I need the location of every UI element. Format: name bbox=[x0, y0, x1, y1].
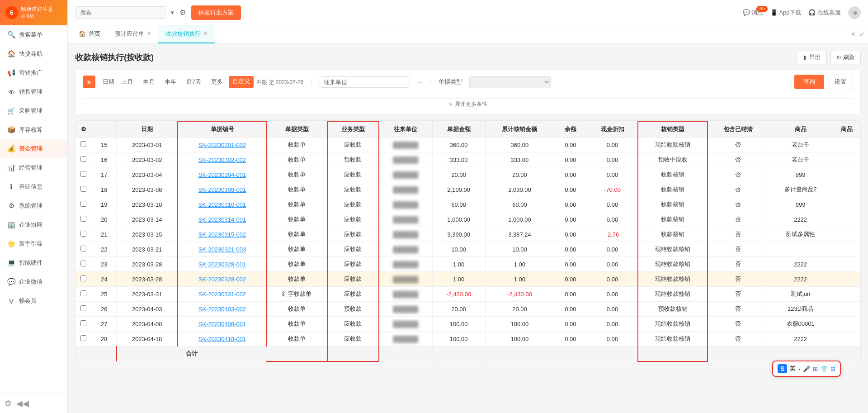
doc-no-link[interactable]: SK-20230302-002 bbox=[198, 157, 246, 163]
sidebar-item-member[interactable]: V畅会员 bbox=[0, 291, 67, 310]
cell-accum-amount: 100.00 bbox=[485, 317, 554, 332]
export-button[interactable]: ⬆ 导出 bbox=[797, 51, 827, 64]
search-input[interactable] bbox=[75, 6, 165, 19]
query-button[interactable]: 查询 bbox=[794, 75, 824, 89]
doc-no-link[interactable]: SK-20230328-001 bbox=[198, 261, 246, 268]
collapse-icon[interactable]: ◀◀ bbox=[16, 399, 29, 408]
partner-input[interactable] bbox=[320, 76, 410, 88]
solution-button[interactable]: 体验行业方案 bbox=[191, 5, 241, 20]
doc-no-link[interactable]: SK-20230315-002 bbox=[198, 231, 246, 238]
cell-accum-amount: 20.00 bbox=[485, 167, 554, 182]
cell-accum-amount: 2,030.00 bbox=[485, 182, 554, 197]
cell-check[interactable] bbox=[75, 257, 92, 272]
date-label: 日期 bbox=[103, 78, 114, 86]
tab-receipt-close[interactable]: ✕ bbox=[203, 31, 208, 37]
cell-check[interactable] bbox=[75, 287, 92, 302]
doc-no-link[interactable]: SK-20230314-001 bbox=[198, 216, 246, 223]
cell-check[interactable] bbox=[75, 272, 92, 287]
date-btn-this-year[interactable]: 本年 bbox=[160, 76, 180, 88]
doc-no-link[interactable]: SK-20230301-002 bbox=[198, 142, 246, 148]
doc-no-link[interactable]: SK-20230308-001 bbox=[198, 186, 246, 193]
cell-cash-discount: 0.00 bbox=[587, 167, 638, 182]
sidebar-item-finance[interactable]: 💰资金管理 bbox=[0, 139, 67, 158]
online-service-link[interactable]: 🎧 在线客服 bbox=[808, 9, 841, 17]
doc-no-link[interactable]: SK-20230310-001 bbox=[198, 201, 246, 208]
sidebar-item-hardware[interactable]: 💻智能硬件 bbox=[0, 253, 67, 272]
notification-area[interactable]: 💬 消息 99+ bbox=[743, 9, 764, 17]
cell-check[interactable] bbox=[75, 227, 92, 242]
floating-shirt-icon[interactable]: 👕 bbox=[821, 366, 828, 372]
refresh-button[interactable]: ↻ 刷新 bbox=[830, 51, 861, 64]
sidebar-item-purchase[interactable]: 🛒采购管理 bbox=[0, 101, 67, 120]
cell-accum-amount: 360.00 bbox=[485, 138, 554, 152]
date-btn-more[interactable]: 更多 bbox=[207, 76, 227, 88]
floating-label-1[interactable]: 英 bbox=[790, 365, 796, 373]
filter-toggle-btn[interactable]: » bbox=[83, 76, 95, 88]
cell-check[interactable] bbox=[75, 182, 92, 197]
sidebar-item-quicknav[interactable]: 🏠快捷导航 bbox=[0, 44, 67, 63]
cell-date: 2023-03-14 bbox=[117, 212, 178, 227]
tab-prepay[interactable]: 预计应付单 ✕ bbox=[108, 25, 158, 43]
sidebar-item-search[interactable]: 🔍搜索菜单 bbox=[0, 25, 67, 44]
user-avatar[interactable]: Rit bbox=[848, 6, 861, 19]
cell-check[interactable] bbox=[75, 212, 92, 227]
doc-no-link[interactable]: SK-20230331-002 bbox=[198, 291, 246, 298]
cell-check[interactable] bbox=[75, 242, 92, 257]
cell-check[interactable] bbox=[75, 152, 92, 167]
table-row: 26 2023-04-03 SK-20230403-002 收款单 预收款 ██… bbox=[75, 302, 860, 317]
table-footer-row: 合计 bbox=[75, 347, 860, 361]
sidebar-item-operations[interactable]: 📊经营管理 bbox=[0, 158, 67, 177]
cell-amount: 20.00 bbox=[432, 302, 485, 317]
tab-expand-icon[interactable]: ⤢ bbox=[859, 31, 864, 38]
cell-check[interactable] bbox=[75, 332, 92, 347]
doc-no-link[interactable]: SK-20230403-002 bbox=[198, 306, 246, 313]
tab-close-all-icon[interactable]: ✕ bbox=[851, 31, 856, 38]
table-scroll-area[interactable]: ⚙ 日期 单据编号 单据类型 业务类型 往来单位 单据金额 累计核销金额 余额 … bbox=[75, 121, 860, 362]
cell-check[interactable] bbox=[75, 302, 92, 317]
cell-date: 2023-04-08 bbox=[117, 317, 178, 332]
cell-cancel-type: 收款核销 bbox=[638, 197, 708, 212]
doc-no-link[interactable]: SK-20230321-003 bbox=[198, 246, 246, 253]
date-custom-btn[interactable]: 自定义 bbox=[229, 76, 254, 88]
sidebar-item-wechat[interactable]: 💬企业微信 bbox=[0, 272, 67, 291]
floating-mic-icon[interactable]: 🎤 bbox=[803, 366, 810, 372]
tab-home[interactable]: 🏠 首页 bbox=[71, 25, 108, 43]
tab-prepay-close[interactable]: ✕ bbox=[147, 31, 151, 37]
sidebar-item-inventory[interactable]: 📦库存核算 bbox=[0, 120, 67, 139]
floating-apps-icon[interactable]: ⊞ bbox=[830, 366, 835, 372]
more-options-icon[interactable]: ··· bbox=[417, 78, 423, 85]
cell-check[interactable] bbox=[75, 317, 92, 332]
topbar-gear-icon[interactable]: ⚙ bbox=[179, 8, 186, 17]
doc-no-link[interactable]: SK-20230418-001 bbox=[198, 336, 246, 342]
doc-type-select[interactable] bbox=[469, 76, 551, 88]
date-btn-7days[interactable]: 近7天 bbox=[182, 76, 205, 88]
date-btn-last-month[interactable]: 上月 bbox=[117, 76, 137, 88]
nav-icon-purchase: 🛒 bbox=[7, 107, 15, 115]
table-row: 27 2023-04-08 SK-20230408-001 收款单 应收款 ██… bbox=[75, 317, 860, 332]
app-download-link[interactable]: 📱 App下载 bbox=[770, 9, 801, 17]
topbar: ▾ ⚙ 体验行业方案 💬 消息 99+ 📱 App下载 🎧 在线客服 Rit bbox=[68, 0, 868, 25]
cell-cash-discount: 0.00 bbox=[587, 287, 638, 302]
doc-no-link[interactable]: SK-20230328-002 bbox=[198, 276, 246, 283]
sidebar-item-sales[interactable]: 👁销售管理 bbox=[0, 82, 67, 101]
sidebar-item-system[interactable]: ⚙系统管理 bbox=[0, 196, 67, 215]
cell-balance: 0.00 bbox=[554, 242, 587, 257]
setting-button[interactable]: 设置 bbox=[828, 75, 853, 89]
cell-no: 21 bbox=[92, 227, 117, 242]
tab-receipt[interactable]: 收款核销执行 ✕ bbox=[158, 25, 215, 43]
date-btn-this-month[interactable]: 本月 bbox=[139, 76, 159, 88]
topbar-dropdown-arrow[interactable]: ▾ bbox=[171, 9, 174, 16]
sidebar-item-basic[interactable]: ℹ基础信息 bbox=[0, 177, 67, 196]
sidebar-item-marketing[interactable]: 📢营销推广 bbox=[0, 63, 67, 82]
settings-gear-icon[interactable]: ⚙ bbox=[5, 399, 12, 408]
cell-check[interactable] bbox=[75, 167, 92, 182]
doc-no-link[interactable]: SK-20230408-001 bbox=[198, 321, 246, 328]
expand-more-btn[interactable]: ∨ 展开更多条件 bbox=[83, 98, 853, 110]
floating-grid-icon[interactable]: ⊞ bbox=[813, 366, 818, 372]
sidebar-item-enterprise[interactable]: 🏢企业协同 bbox=[0, 215, 67, 234]
notification-badge: 99+ bbox=[756, 6, 768, 12]
sidebar-item-guide[interactable]: 🌟新手引导 bbox=[0, 234, 67, 253]
cell-check[interactable] bbox=[75, 197, 92, 212]
doc-no-link[interactable]: SK-20230304-001 bbox=[198, 171, 246, 178]
cell-check[interactable] bbox=[75, 138, 92, 152]
